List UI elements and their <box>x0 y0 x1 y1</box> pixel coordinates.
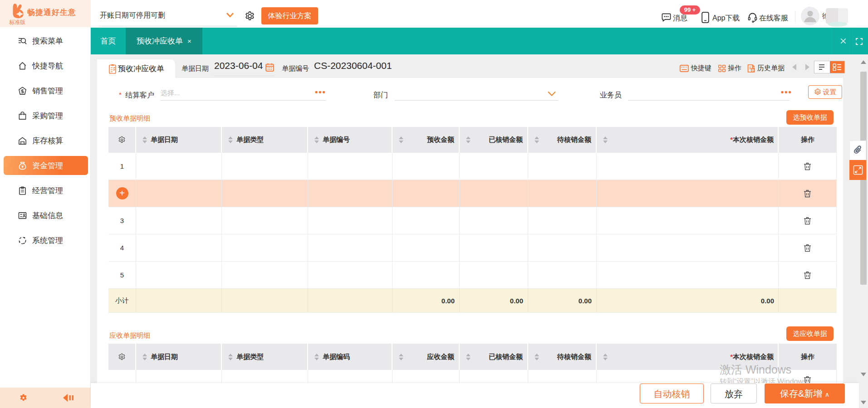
tab-home[interactable]: 首页 <box>91 28 126 54</box>
table-cell[interactable] <box>222 207 308 234</box>
account-set-select[interactable]: 开账日期可停用可删 <box>100 11 165 20</box>
table-cell[interactable] <box>460 153 528 180</box>
table-cell[interactable] <box>136 370 222 383</box>
table-cell[interactable] <box>222 153 308 180</box>
online-service-icon[interactable] <box>748 12 757 23</box>
column-header[interactable]: 待核销金额 <box>528 127 597 153</box>
table-cell[interactable] <box>460 262 528 289</box>
sort-icon[interactable] <box>228 354 233 360</box>
tab-close-icon[interactable]: × <box>187 37 191 45</box>
sidebar-item-8[interactable]: 系统管理 <box>4 231 88 250</box>
table-row[interactable]: 3 <box>108 207 837 234</box>
app-download-icon[interactable] <box>701 12 709 23</box>
gear-icon[interactable] <box>245 11 255 21</box>
actions-tool[interactable]: 操作 <box>718 64 741 73</box>
date-value[interactable]: 2023-06-04 <box>214 60 263 71</box>
sidebar-item-5[interactable]: 资金管理 <box>4 156 88 175</box>
sort-icon[interactable] <box>535 354 539 360</box>
scrollbar-up-icon[interactable] <box>861 60 866 64</box>
column-header[interactable]: 待核销金额 <box>528 344 597 370</box>
customer-more-icon[interactable]: ••• <box>315 90 326 94</box>
department-chevron-icon[interactable] <box>547 91 556 97</box>
sidebar-item-3[interactable]: 采购管理 <box>4 106 88 125</box>
sidebar-item-7[interactable]: 基础信息 <box>4 206 88 225</box>
column-header[interactable]: 单据日期 <box>136 344 222 370</box>
prev-doc-icon[interactable] <box>792 64 796 70</box>
column-header[interactable]: 单据类型 <box>222 344 308 370</box>
table-cell[interactable] <box>392 153 460 180</box>
table-row[interactable]: 5 <box>108 262 837 289</box>
settings-button[interactable]: 设置 <box>808 85 842 99</box>
sort-icon[interactable] <box>228 136 233 143</box>
scrollbar-down-icon[interactable] <box>861 373 866 376</box>
column-header[interactable]: 单据编号 <box>308 127 392 153</box>
close-all-icon[interactable] <box>840 38 846 44</box>
table-settings-icon[interactable] <box>118 136 126 144</box>
table-cell[interactable] <box>528 207 597 234</box>
table-cell[interactable] <box>308 370 392 383</box>
table-cell[interactable] <box>308 180 392 207</box>
table-cell[interactable] <box>528 153 597 180</box>
table-cell[interactable] <box>136 180 222 207</box>
document-tab[interactable]: 预收冲应收单 <box>97 59 175 78</box>
history-tool[interactable]: 历史单据 <box>747 64 785 73</box>
customer-input[interactable]: 选择... <box>161 89 326 101</box>
table-row[interactable]: 1 <box>108 153 837 180</box>
sidebar-settings-icon[interactable] <box>19 393 28 402</box>
message-icon[interactable] <box>662 13 671 22</box>
column-header[interactable]: *本次核销金额 <box>597 127 779 153</box>
sort-icon[interactable] <box>314 136 319 143</box>
sidebar-item-2[interactable]: 销售管理 <box>4 81 88 100</box>
table-cell[interactable] <box>597 234 779 262</box>
column-header[interactable]: 单据类型 <box>222 127 308 153</box>
salesman-more-icon[interactable]: ••• <box>781 90 792 94</box>
table-cell[interactable] <box>528 180 597 207</box>
table-cell[interactable] <box>528 370 597 383</box>
save-and-new-button[interactable]: 保存&新增 ∧ <box>765 384 845 403</box>
delete-row-icon[interactable] <box>804 162 811 170</box>
table-cell[interactable] <box>222 370 308 383</box>
delete-row-icon[interactable] <box>804 189 811 198</box>
sort-icon[interactable] <box>466 136 471 143</box>
sort-icon[interactable] <box>603 354 608 360</box>
sidebar-item-6[interactable]: 经营管理 <box>4 181 88 200</box>
sidebar-item-0[interactable]: 搜索菜单 <box>4 31 88 50</box>
tab-doc[interactable]: 预收冲应收单 × <box>126 28 202 54</box>
table-cell[interactable] <box>308 262 392 289</box>
expand-float-button[interactable] <box>849 160 866 180</box>
select-prepaid-button[interactable]: 选预收单据 <box>786 110 834 125</box>
attachment-float-button[interactable] <box>849 141 866 160</box>
calendar-icon[interactable] <box>265 63 274 72</box>
column-header[interactable]: 单据编码 <box>308 344 392 370</box>
table-row[interactable]: 4 <box>108 234 837 262</box>
select-receivable-button[interactable]: 选应收单据 <box>786 326 834 341</box>
department-input[interactable] <box>395 89 558 101</box>
app-download-label[interactable]: App下载 <box>712 14 740 23</box>
list-view-button[interactable] <box>814 61 830 73</box>
window-scrollbar-down-icon[interactable] <box>861 401 866 404</box>
table-cell[interactable] <box>392 180 460 207</box>
sort-icon[interactable] <box>535 136 539 143</box>
sidebar-item-1[interactable]: 快捷导航 <box>4 56 88 75</box>
shortcut-keys-tool[interactable]: 快捷键 <box>680 64 711 73</box>
table-cell[interactable] <box>222 180 308 207</box>
column-header[interactable]: 单据日期 <box>136 127 222 153</box>
sort-icon[interactable] <box>314 354 319 360</box>
sort-icon[interactable] <box>399 136 403 143</box>
online-service-label[interactable]: 在线客服 <box>759 14 788 23</box>
collapse-sidebar-icon[interactable] <box>63 393 74 402</box>
sort-icon[interactable] <box>399 354 403 360</box>
table-cell[interactable] <box>597 262 779 289</box>
column-header[interactable]: 已核销金额 <box>460 344 528 370</box>
sort-icon[interactable] <box>466 354 471 360</box>
delete-row-icon[interactable] <box>804 271 811 279</box>
auto-verify-button[interactable]: 自动核销 <box>640 384 704 403</box>
sort-icon[interactable] <box>142 136 147 143</box>
table-cell[interactable] <box>392 234 460 262</box>
table-cell[interactable] <box>528 234 597 262</box>
next-doc-icon[interactable] <box>805 64 809 70</box>
save-chevron-up-icon[interactable]: ∧ <box>825 391 829 398</box>
fullscreen-icon[interactable] <box>856 38 863 45</box>
column-header[interactable]: 已核销金额 <box>460 127 528 153</box>
trial-plan-button[interactable]: 体验行业方案 <box>261 7 318 24</box>
